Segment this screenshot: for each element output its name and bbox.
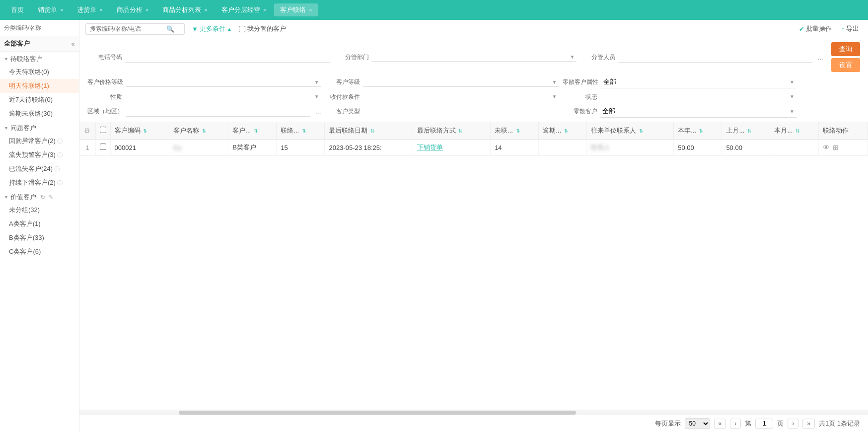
customer-type-select[interactable]: [363, 110, 559, 113]
th-overdue[interactable]: 逾期... ⇅: [539, 122, 587, 140]
th-last-contact-method[interactable]: 最后联络方式 ⇅: [413, 122, 490, 140]
sidebar-item-declining[interactable]: 持续下滑客户(2) ⓘ: [0, 176, 79, 190]
settings-icon[interactable]: ⚙: [84, 127, 90, 135]
sidebar-item-tomorrow-contact[interactable]: 明天待联络(1): [0, 79, 79, 93]
more-icon[interactable]: ...: [315, 108, 321, 116]
close-icon[interactable]: ×: [309, 7, 312, 13]
filter-field-phone: 电话号码: [87, 52, 330, 63]
close-icon[interactable]: ×: [204, 7, 207, 13]
close-icon[interactable]: ×: [145, 7, 148, 13]
retail-value: 全部: [602, 107, 615, 116]
sidebar-item-today-contact[interactable]: 今天待联络(0): [0, 65, 79, 79]
th-gear[interactable]: ⚙: [79, 122, 95, 140]
phone-input[interactable]: [125, 52, 330, 63]
sidebar-item-ungrouped[interactable]: 未分组(32): [0, 203, 79, 217]
th-last-month[interactable]: 上月... ⇅: [722, 122, 770, 140]
edit-icon[interactable]: ✎: [48, 194, 53, 201]
nature-select[interactable]: ▼: [125, 92, 321, 101]
cell-this-month: [770, 140, 818, 156]
nav-sales-order[interactable]: 销货单 ×: [32, 3, 69, 16]
th-label: 客户...: [232, 127, 251, 134]
nav-product-analysis-list[interactable]: 商品分析列表 ×: [156, 3, 213, 16]
group-problem-customers[interactable]: 问题客户: [0, 121, 79, 134]
more-icon[interactable]: ...: [817, 53, 823, 61]
nav-customer-contact-label: 客户联络: [280, 5, 306, 14]
my-customers-check[interactable]: 我分管的客户: [239, 24, 286, 33]
cell-last-contact-method[interactable]: 下销货单: [413, 140, 490, 156]
group-pending-contact[interactable]: 待联络客户: [0, 52, 79, 65]
dept-select[interactable]: ▼: [372, 53, 577, 62]
th-contact-count[interactable]: 联络... ⇅: [277, 122, 325, 140]
collapse-icon[interactable]: «: [71, 40, 75, 48]
payment-select[interactable]: ▼: [363, 92, 559, 101]
sidebar-item-overdue-contact[interactable]: 逾期未联络(30): [0, 107, 79, 121]
retail-attr-select[interactable]: 全部 ▼: [601, 76, 796, 88]
nav-purchase-order[interactable]: 进货单 ×: [71, 3, 108, 16]
sidebar-item-class-b[interactable]: B类客户(33): [0, 231, 79, 245]
settings-button[interactable]: 设置: [831, 58, 860, 72]
prev-page-button[interactable]: ‹: [730, 419, 741, 429]
customer-name-blurred: Ea: [173, 144, 181, 151]
query-button[interactable]: 查询: [831, 42, 860, 56]
th-this-month[interactable]: 本月... ⇅: [770, 122, 818, 140]
group-pending-label: 待联络客户: [10, 55, 43, 64]
sidebar-item-class-c[interactable]: C类客户(6): [0, 245, 79, 259]
scrollbar-thumb[interactable]: [179, 411, 576, 415]
sidebar-item-churned[interactable]: 已流失客户(24) ⓘ: [0, 162, 79, 176]
refresh-icon[interactable]: ↻: [40, 194, 45, 201]
th-contact-person[interactable]: 往来单位联系人 ⇅: [587, 122, 674, 140]
retail-select[interactable]: 全部 ▼: [600, 105, 796, 118]
row-checkbox[interactable]: [100, 144, 106, 150]
th-year-amount[interactable]: 本年... ⇅: [674, 122, 722, 140]
more-filter-button[interactable]: ▼ 更多条件 ▲: [189, 23, 235, 35]
price-level-select[interactable]: ▼: [126, 78, 321, 87]
filter-field-region: 区域（地区） ...: [87, 106, 321, 117]
sidebar-item-repurchase-abnormal[interactable]: 回购异常客户(2) ⓘ: [0, 134, 79, 148]
retail-label: 零散客户: [563, 107, 597, 116]
th-customer-code[interactable]: 客户编码 ⇅: [110, 122, 169, 140]
th-uncontacted[interactable]: 未联... ⇅: [491, 122, 539, 140]
page-number-input[interactable]: [755, 419, 773, 429]
search-icon[interactable]: 🔍: [166, 25, 174, 33]
last-contact-link[interactable]: 下销货单: [417, 144, 443, 151]
page-suffix: 页: [777, 419, 784, 428]
chevron-down-icon: ▼: [552, 94, 557, 99]
dept-label: 分管部门: [334, 53, 369, 62]
eye-icon[interactable]: 👁: [823, 144, 830, 151]
first-page-button[interactable]: «: [714, 419, 726, 429]
sidebar-item-label: 回购异常客户(2): [9, 137, 56, 145]
nav-product-analysis[interactable]: 商品分析 ×: [111, 3, 154, 16]
search-input[interactable]: [90, 25, 164, 32]
all-customers-header[interactable]: 全部客户 «: [0, 36, 79, 52]
export-button[interactable]: ↑ 导出: [839, 23, 863, 35]
page-size-select[interactable]: 50 100 200: [685, 418, 710, 429]
group-value-customers[interactable]: 价值客户 ↻ ✎: [0, 190, 79, 203]
horizontal-scrollbar[interactable]: [79, 410, 868, 415]
bulk-ops-button[interactable]: ✔ 批量操作: [796, 23, 835, 35]
th-customer-name[interactable]: 客户名称 ⇅: [169, 122, 228, 140]
grid-icon[interactable]: ⊞: [833, 144, 839, 151]
nav-home[interactable]: 首页: [5, 3, 30, 16]
close-icon[interactable]: ×: [60, 7, 63, 13]
close-icon[interactable]: ×: [263, 7, 266, 13]
sidebar-search-input[interactable]: [4, 24, 78, 31]
person-input[interactable]: [618, 52, 812, 63]
sort-icon: ⇅: [639, 128, 643, 134]
last-page-button[interactable]: »: [802, 419, 815, 429]
select-all-checkbox[interactable]: [100, 127, 106, 133]
region-input[interactable]: [126, 106, 310, 117]
status-select[interactable]: ▼: [600, 92, 796, 101]
sidebar-item-class-a[interactable]: A类客户(1): [0, 217, 79, 231]
my-customers-checkbox[interactable]: [239, 26, 245, 32]
sidebar-item-7days-contact[interactable]: 近7天待联络(0): [0, 93, 79, 107]
nav-customer-segmentation[interactable]: 客户分层经营 ×: [216, 3, 272, 16]
close-icon[interactable]: ×: [99, 7, 102, 13]
th-last-contact-date[interactable]: 最后联络日期 ⇅: [325, 122, 413, 140]
th-customer-type-col[interactable]: 客户... ⇅: [228, 122, 277, 140]
toolbar: 🔍 ▼ 更多条件 ▲ 我分管的客户 ✔ 批量操作 ↑ 导出: [79, 20, 868, 38]
sidebar-item-churn-warning[interactable]: 流失预警客户(3) ⓘ: [0, 148, 79, 162]
next-page-button[interactable]: ›: [788, 419, 798, 429]
nav-customer-contact[interactable]: 客户联络 ×: [274, 3, 318, 16]
group-value-label: 价值客户: [10, 193, 36, 202]
customer-level-select[interactable]: ▼: [363, 78, 559, 87]
